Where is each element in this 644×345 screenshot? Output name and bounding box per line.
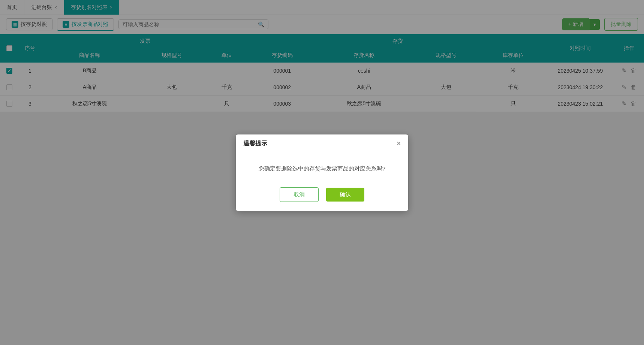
- overlay: 温馨提示 × 您确定要删除选中的存货与发票商品的对应关系吗? 取消 确认: [0, 0, 644, 112]
